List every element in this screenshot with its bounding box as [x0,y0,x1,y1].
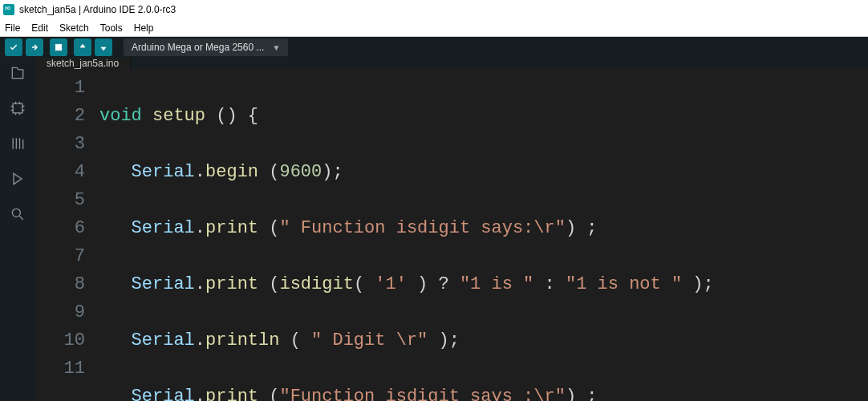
line-number: 8 [35,270,85,298]
svg-rect-0 [55,44,62,51]
line-number: 2 [35,102,85,130]
menu-sketch[interactable]: Sketch [59,22,89,34]
menu-edit[interactable]: Edit [31,22,48,34]
line-number: 5 [35,186,85,214]
activity-bar [0,58,35,401]
board-selector[interactable]: Arduino Mega or Mega 2560 ... ▼ [124,38,288,56]
debug-button[interactable] [50,38,67,56]
code-line: Serial.print (isdigit( '1' ) ? "1 is " :… [99,270,868,298]
window-title: sketch_jan5a | Arduino IDE 2.0.0-rc3 [19,4,176,15]
menu-tools[interactable]: Tools [100,22,123,34]
code-editor[interactable]: 1 2 3 4 5 6 7 8 9 10 11 void setup () { … [35,69,868,401]
menu-bar: File Edit Sketch Tools Help [0,19,868,37]
line-number: 7 [35,242,85,270]
svg-rect-1 [13,103,22,113]
tab-label: sketch_jan5a.ino [47,58,119,69]
files-icon[interactable] [9,64,26,82]
title-bar: sketch_jan5a | Arduino IDE 2.0.0-rc3 [0,0,868,19]
arduino-logo-icon [3,4,14,15]
code-line: Serial.print (" Function isdigit says:\r… [99,214,868,242]
code-line: Serial.print ("Function isdigit says :\r… [99,383,868,401]
chevron-down-icon: ▼ [272,43,280,52]
editor-area: sketch_jan5a.ino 1 2 3 4 5 6 7 8 9 10 11… [35,58,868,401]
boards-manager-icon[interactable] [9,99,26,117]
editor-tab[interactable]: sketch_jan5a.ino [35,58,131,69]
upload-button[interactable] [26,38,43,56]
line-number: 10 [35,326,85,354]
tab-bar: sketch_jan5a.ino [35,58,868,69]
svg-point-2 [12,209,20,217]
library-manager-icon[interactable] [9,135,26,152]
menu-help[interactable]: Help [134,22,154,34]
line-number: 1 [35,74,85,102]
open-button[interactable] [74,38,91,56]
code-line: Serial.println ( " Digit \r" ); [99,326,868,354]
line-number: 6 [35,214,85,242]
code-lines: void setup () { Serial.begin (9600); Ser… [99,74,868,401]
line-number: 4 [35,158,85,186]
menu-file[interactable]: File [5,22,20,34]
search-icon[interactable] [9,205,26,223]
line-number: 11 [35,354,85,383]
toolbar: Arduino Mega or Mega 2560 ... ▼ [0,37,868,58]
code-line: Serial.begin (9600); [99,158,868,186]
save-button[interactable] [95,38,112,56]
line-number: 3 [35,130,85,158]
code-line: void setup () { [99,102,868,130]
line-gutter: 1 2 3 4 5 6 7 8 9 10 11 [35,74,99,401]
board-label: Arduino Mega or Mega 2560 ... [132,42,264,53]
verify-button[interactable] [5,38,22,56]
line-number: 9 [35,298,85,326]
debug-icon[interactable] [9,170,26,188]
